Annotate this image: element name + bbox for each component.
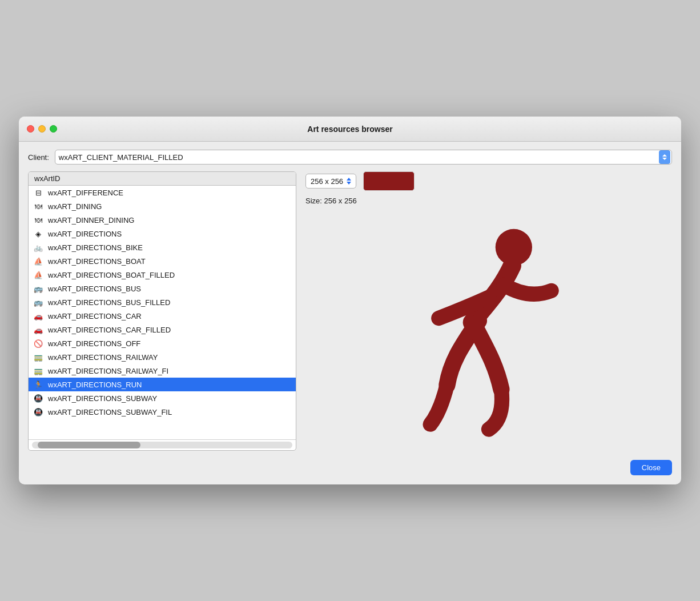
list-item-icon: 🚗: [33, 311, 43, 321]
size-selector-text: 256 x 256: [311, 177, 343, 186]
list-panel: wxArtID ⊟wxART_DIFFERENCE🍽wxART_DINING🍽w…: [28, 171, 296, 451]
list-item-icon: ⛵: [33, 270, 43, 280]
list-item-label: wxART_DIRECTIONS_BOAT: [48, 257, 146, 266]
size-down-icon: [347, 182, 351, 185]
list-item-icon: 🍽: [33, 201, 43, 211]
size-spinner[interactable]: [347, 178, 351, 185]
list-item[interactable]: 🍽wxART_DINNER_DINING: [29, 213, 296, 227]
size-up-icon: [347, 178, 351, 181]
list-item-icon: 🚃: [33, 352, 43, 362]
preview-image-area: [305, 211, 672, 451]
list-item-icon: 🚃: [33, 366, 43, 376]
list-item-label: wxART_DIFFERENCE: [48, 189, 123, 197]
preview-panel: 256 x 256 Size: 256 x 256: [305, 171, 672, 451]
list-item[interactable]: 🚫wxART_DIRECTIONS_OFF: [29, 336, 296, 350]
titlebar: Art resources browser: [19, 117, 681, 142]
minimize-traffic-light[interactable]: [38, 125, 46, 133]
maximize-traffic-light[interactable]: [50, 125, 57, 133]
list-item-label: wxART_DIRECTIONS_RAILWAY: [48, 353, 158, 362]
list-item-icon: 🚌: [33, 283, 43, 294]
close-traffic-light[interactable]: [27, 125, 34, 133]
list-item[interactable]: 🚇wxART_DIRECTIONS_SUBWAY: [29, 391, 296, 405]
list-item-label: wxART_DIRECTIONS_RUN: [48, 380, 142, 389]
size-selector[interactable]: 256 x 256: [305, 174, 356, 189]
list-item[interactable]: 🚗wxART_DIRECTIONS_CAR_FILLED: [29, 323, 296, 336]
list-item-icon: 🍽: [33, 215, 43, 225]
list-item-icon: 🚲: [33, 242, 43, 253]
size-info-text: Size: 256 x 256: [305, 197, 357, 205]
list-item-label: wxART_DIRECTIONS_SUBWAY: [48, 394, 157, 403]
list-item-label: wxART_DIRECTIONS_BOAT_FILLED: [48, 271, 175, 279]
list-item[interactable]: 🚇wxART_DIRECTIONS_SUBWAY_FIL: [29, 405, 296, 419]
preview-controls: 256 x 256: [305, 171, 672, 191]
spinner-up-icon: [662, 154, 667, 157]
list-item[interactable]: 🚲wxART_DIRECTIONS_BIKE: [29, 241, 296, 254]
list-item-icon: 🚗: [33, 324, 43, 335]
main-window: Art resources browser Client: wxART_CLIE…: [19, 117, 681, 484]
list-item[interactable]: 🚌wxART_DIRECTIONS_BUS: [29, 282, 296, 295]
running-figure-icon: [403, 222, 574, 439]
list-item-label: wxART_DIRECTIONS_CAR_FILLED: [48, 326, 171, 334]
scrollbar-area[interactable]: [29, 439, 296, 450]
list-item-label: wxART_DIRECTIONS_BIKE: [48, 243, 143, 252]
size-info: Size: 256 x 256: [305, 197, 672, 205]
client-select-value: wxART_CLIENT_MATERIAL_FILLED: [59, 153, 659, 162]
list-item-label: wxART_DIRECTIONS_RAILWAY_FI: [48, 367, 168, 375]
traffic-lights: [27, 125, 57, 133]
list-item[interactable]: ⊟wxART_DIFFERENCE: [29, 186, 296, 199]
spinner-down-icon: [662, 158, 667, 160]
list-item-icon: 🏃: [33, 379, 43, 390]
list-item[interactable]: 🏃wxART_DIRECTIONS_RUN: [29, 378, 296, 391]
list-item-label: wxART_DINNER_DINING: [48, 216, 134, 225]
client-label: Client:: [28, 153, 49, 162]
color-swatch[interactable]: [363, 171, 415, 191]
list-item[interactable]: ⛵wxART_DIRECTIONS_BOAT: [29, 254, 296, 268]
list-item-label: wxART_DINING: [48, 202, 102, 211]
window-title: Art resources browser: [307, 125, 392, 134]
content-area: wxArtID ⊟wxART_DIFFERENCE🍽wxART_DINING🍽w…: [28, 171, 672, 451]
list-item-label: wxART_DIRECTIONS_OFF: [48, 339, 140, 348]
window-body: Client: wxART_CLIENT_MATERIAL_FILLED wxA…: [19, 142, 681, 484]
list-body[interactable]: ⊟wxART_DIFFERENCE🍽wxART_DINING🍽wxART_DIN…: [29, 186, 296, 439]
footer-row: Close: [28, 458, 672, 475]
close-button[interactable]: Close: [630, 460, 672, 475]
list-item-icon: ◈: [33, 229, 43, 239]
client-row: Client: wxART_CLIENT_MATERIAL_FILLED: [28, 150, 672, 165]
list-item[interactable]: 🚃wxART_DIRECTIONS_RAILWAY: [29, 350, 296, 364]
list-item-icon: 🚇: [33, 393, 43, 403]
list-item-icon: 🚇: [33, 407, 43, 417]
list-item-icon: ⛵: [33, 256, 43, 266]
list-item[interactable]: ⛵wxART_DIRECTIONS_BOAT_FILLED: [29, 268, 296, 282]
list-item-label: wxART_DIRECTIONS_CAR: [48, 312, 142, 320]
list-header: wxArtID: [29, 172, 296, 186]
list-item-label: wxART_DIRECTIONS_BUS: [48, 285, 141, 293]
list-item[interactable]: 🚗wxART_DIRECTIONS_CAR: [29, 309, 296, 323]
list-item-icon: 🚌: [33, 297, 43, 307]
scroll-track: [32, 442, 292, 448]
list-item-icon: 🚫: [33, 338, 43, 348]
list-item-label: wxART_DIRECTIONS_SUBWAY_FIL: [48, 408, 172, 416]
list-item[interactable]: 🚌wxART_DIRECTIONS_BUS_FILLED: [29, 295, 296, 309]
list-item-icon: ⊟: [33, 187, 43, 198]
list-item-label: wxART_DIRECTIONS_BUS_FILLED: [48, 298, 170, 307]
list-item[interactable]: ◈wxART_DIRECTIONS: [29, 227, 296, 241]
list-item[interactable]: 🍽wxART_DINING: [29, 199, 296, 213]
list-item-label: wxART_DIRECTIONS: [48, 230, 122, 238]
client-select-wrapper[interactable]: wxART_CLIENT_MATERIAL_FILLED: [55, 150, 672, 165]
list-item[interactable]: 🚃wxART_DIRECTIONS_RAILWAY_FI: [29, 364, 296, 378]
client-spinner[interactable]: [659, 150, 670, 164]
scroll-thumb[interactable]: [38, 442, 140, 448]
